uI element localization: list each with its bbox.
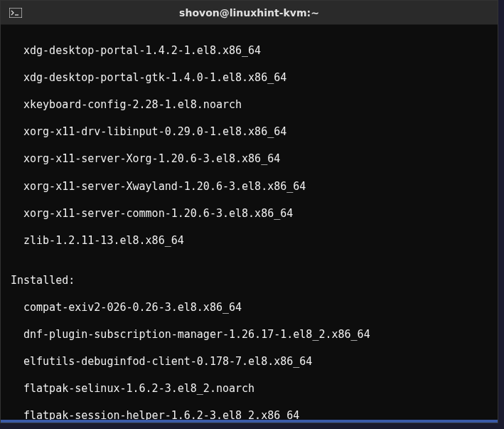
svg-rect-0: [9, 8, 22, 18]
window-title: shovon@linuxhint-kvm:~: [179, 7, 319, 18]
terminal-window: shovon@linuxhint-kvm:~ xdg-desktop-porta…: [0, 0, 498, 423]
package-line: dnf-plugin-subscription-manager-1.26.17-…: [11, 328, 488, 341]
terminal-output[interactable]: xdg-desktop-portal-1.4.2-1.el8.x86_64 xd…: [1, 25, 498, 429]
package-line: compat-exiv2-026-0.26-3.el8.x86_64: [11, 301, 488, 314]
package-line: xkeyboard-config-2.28-1.el8.noarch: [11, 98, 488, 112]
package-line: xorg-x11-server-Xwayland-1.20.6-3.el8.x8…: [11, 180, 488, 194]
installed-header: Installed:: [11, 274, 488, 287]
package-line: flatpak-selinux-1.6.2-3.el8_2.noarch: [11, 382, 488, 396]
package-line: xorg-x11-server-common-1.20.6-3.el8.x86_…: [11, 207, 488, 221]
terminal-icon: [9, 8, 22, 18]
package-line: zlib-1.2.11-13.el8.x86_64: [11, 234, 488, 248]
package-line: xorg-x11-drv-libinput-0.29.0-1.el8.x86_6…: [11, 125, 488, 139]
titlebar: shovon@linuxhint-kvm:~: [1, 1, 498, 25]
window-border: [1, 420, 498, 423]
package-line: xdg-desktop-portal-1.4.2-1.el8.x86_64: [11, 44, 488, 58]
package-line: xorg-x11-server-Xorg-1.20.6-3.el8.x86_64: [11, 152, 488, 166]
package-line: elfutils-debuginfod-client-0.178-7.el8.x…: [11, 355, 488, 369]
package-line: xdg-desktop-portal-gtk-1.4.0-1.el8.x86_6…: [11, 71, 488, 85]
